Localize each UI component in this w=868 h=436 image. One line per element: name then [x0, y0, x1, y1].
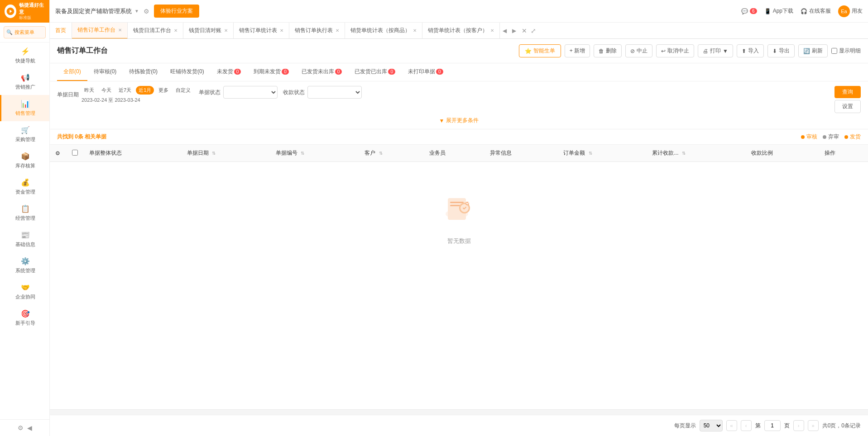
- tab-sales-summary-product[interactable]: 销货单统计表（按商品） ✕: [345, 23, 422, 39]
- filter-tab-pending-inspection[interactable]: 待拣验货(0): [123, 63, 164, 81]
- tab-close-cash-reconcile[interactable]: ✕: [224, 28, 228, 33]
- th-settings[interactable]: ⚙: [50, 145, 66, 162]
- filter-tab-all[interactable]: 全部(0): [57, 63, 87, 81]
- page-next-button[interactable]: ›: [793, 420, 804, 431]
- sidebar-item-operation[interactable]: 📋 经营管理: [0, 200, 49, 226]
- sidebar-item-basic[interactable]: 📰 基础信息: [0, 226, 49, 252]
- tab-nav-next[interactable]: ▶: [509, 28, 519, 34]
- tab-nav-prev[interactable]: ◀: [500, 28, 509, 34]
- date-1month[interactable]: 近1月: [136, 86, 154, 95]
- review-action[interactable]: 审核: [801, 133, 817, 141]
- tab-close-summary-customer[interactable]: ✕: [490, 28, 494, 33]
- expand-conditions-button[interactable]: ▼ 展开更多条件: [439, 117, 479, 124]
- th-number[interactable]: 单据编号 ⇅: [270, 145, 359, 162]
- import-button[interactable]: ⬆ 导入: [737, 44, 764, 57]
- payment-select[interactable]: [307, 86, 362, 99]
- solution-button[interactable]: 体验行业方案: [154, 5, 199, 18]
- search-menu-button[interactable]: 🔍 搜索菜单: [4, 26, 46, 38]
- setting-button[interactable]: 设置: [834, 100, 861, 113]
- tab-daily-cash[interactable]: 钱货日清工作台 ✕: [128, 23, 183, 39]
- message-button[interactable]: 💬 6: [741, 8, 757, 14]
- th-customer[interactable]: 客户 ⇅: [359, 145, 423, 162]
- refresh-button[interactable]: 🔄 刷新: [798, 44, 828, 57]
- tab-sales-summary-customer[interactable]: 销货单统计表（按客户） ✕: [422, 23, 500, 39]
- smart-generate-button[interactable]: ⭐ 智能生单: [519, 44, 561, 57]
- filter-tab-shipped-out[interactable]: 已发货已出库0: [348, 63, 402, 81]
- tab-home[interactable]: 首页: [50, 23, 72, 39]
- delete-button[interactable]: 🗑 删除: [594, 44, 622, 57]
- export-button[interactable]: ⬇ 导出: [767, 44, 795, 57]
- settings-button[interactable]: ⚙: [18, 424, 24, 431]
- tab-close-sales-stat[interactable]: ✕: [280, 28, 283, 33]
- page-input[interactable]: [764, 420, 781, 431]
- user-avatar: Ea: [838, 5, 850, 17]
- filter-tab-not-printed[interactable]: 未打印单据0: [402, 63, 450, 81]
- tab-close-sales-workbench[interactable]: ✕: [118, 28, 122, 33]
- page-label: 第: [755, 422, 761, 430]
- sidebar-item-inventory[interactable]: 📦 库存核算: [0, 147, 49, 174]
- sidebar-footer: ⚙ ◀: [0, 419, 49, 436]
- show-details-input[interactable]: [831, 48, 837, 54]
- tab-close-sales-exec[interactable]: ✕: [336, 28, 339, 33]
- tab-close-summary-product[interactable]: ✕: [413, 28, 417, 33]
- app-download-button[interactable]: 📱 App下载: [764, 7, 793, 15]
- gear-icon[interactable]: ⚙: [144, 8, 149, 15]
- tab-sales-stat[interactable]: 销售订单统计表 ✕: [234, 23, 289, 39]
- tab-maximize[interactable]: ⤢: [531, 27, 536, 34]
- message-icon: 💬: [741, 8, 748, 14]
- tab-cash-reconcile[interactable]: 钱货日清对账 ✕: [183, 23, 234, 39]
- logo-text: 畅捷通好生意 标准版: [19, 2, 45, 21]
- stop-button[interactable]: ⊘ 中止: [625, 44, 652, 57]
- online-service-button[interactable]: 🎧 在线客服: [801, 7, 831, 15]
- sidebar-item-system[interactable]: ⚙️ 系统管理: [0, 252, 49, 279]
- table-area: 共找到 0条 相关单据 审核 弃审 发货: [50, 129, 868, 409]
- tab-actions: ✕ ⤢: [519, 27, 539, 34]
- review-dot: [801, 135, 805, 139]
- filter-tab-overdue-not-shipped[interactable]: 到期未发货0: [247, 63, 295, 81]
- page-prev-button[interactable]: ‹: [741, 420, 752, 431]
- date-label: 单据日期: [57, 91, 79, 99]
- page-first-button[interactable]: «: [726, 420, 737, 431]
- print-button[interactable]: 🖨 打印 ▼: [698, 44, 733, 57]
- abandon-action[interactable]: 弃审: [823, 133, 839, 141]
- table-right-actions: 审核 弃审 发货: [801, 133, 861, 141]
- th-cumulative[interactable]: 累计收款... ⇅: [647, 145, 746, 162]
- filter-tab-shipped-not-out[interactable]: 已发货未出库0: [295, 63, 349, 81]
- sidebar-item-guide[interactable]: 🎯 新手引导: [0, 305, 49, 331]
- sidebar-item-quicknav[interactable]: ⚡ 快捷导航: [0, 43, 49, 69]
- tab-sales-workbench[interactable]: 销售订单工作台 ✕: [72, 23, 128, 39]
- filter-tab-not-shipped[interactable]: 未发货0: [211, 63, 248, 81]
- th-checkbox[interactable]: [66, 145, 84, 162]
- sidebar-item-finance[interactable]: 💰 资金管理: [0, 174, 49, 200]
- tab-close-all[interactable]: ✕: [522, 27, 527, 34]
- status-select[interactable]: [223, 86, 278, 99]
- select-all-checkbox[interactable]: [72, 150, 78, 156]
- tab-close-daily-cash[interactable]: ✕: [174, 28, 177, 33]
- date-range-display: 2023-02-24 至 2023-03-24: [82, 97, 193, 104]
- th-amount[interactable]: 订单金额 ⇅: [558, 145, 647, 162]
- th-date[interactable]: 单据日期 ⇅: [182, 145, 270, 162]
- filter-tab-wangpu[interactable]: 旺铺待发货(0): [164, 63, 211, 81]
- add-button[interactable]: + 新增: [565, 44, 590, 57]
- date-today[interactable]: 今天: [99, 86, 114, 95]
- sidebar-item-marketing[interactable]: 📢 营销推广: [0, 69, 49, 95]
- tab-sales-exec[interactable]: 销售订单执行表 ✕: [289, 23, 345, 39]
- page-size-select[interactable]: 20 50 100: [700, 420, 723, 431]
- query-button[interactable]: 查询: [834, 86, 861, 98]
- collapse-button[interactable]: ◀: [27, 424, 32, 431]
- horizontal-scrollbar[interactable]: [50, 409, 868, 415]
- show-details-checkbox[interactable]: 显示明细: [831, 47, 861, 55]
- sidebar-item-purchase[interactable]: 🛒 采购管理: [0, 121, 49, 147]
- ship-action[interactable]: 发货: [844, 133, 861, 141]
- date-more[interactable]: 更多: [156, 86, 171, 95]
- search-conditions: 单据日期 昨天 今天 近7天 近1月 更多 自定义 2023-02-24 至 2…: [50, 81, 868, 129]
- cancel-stop-button[interactable]: ↩ 取消中止: [656, 44, 694, 57]
- sidebar-item-sales[interactable]: 📊 销售管理: [0, 95, 49, 121]
- page-last-button[interactable]: »: [808, 420, 819, 431]
- sidebar-item-enterprise[interactable]: 🤝 企业协同: [0, 279, 49, 305]
- user-menu[interactable]: Ea 用友: [838, 5, 863, 17]
- date-yesterday[interactable]: 昨天: [82, 86, 97, 95]
- date-7days[interactable]: 近7天: [116, 86, 134, 95]
- date-custom[interactable]: 自定义: [173, 86, 193, 95]
- filter-tab-pending-review[interactable]: 待审核(0): [87, 63, 123, 81]
